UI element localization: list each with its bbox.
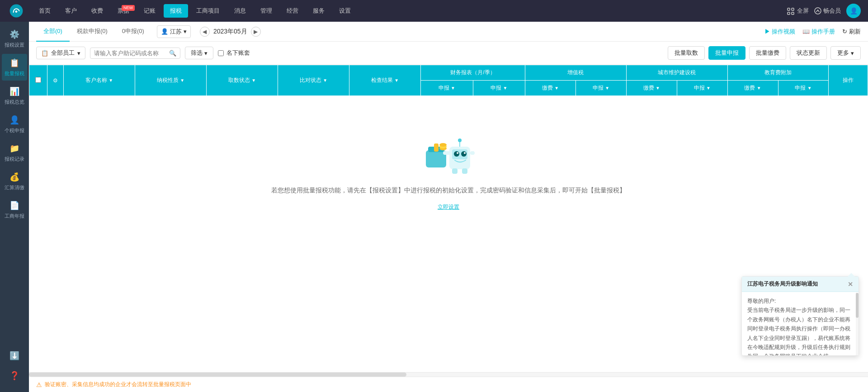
sidebar-item-batch-tax[interactable]: 📋 批量报税 (2, 54, 27, 81)
operation-video-link[interactable]: ▶ 操作视频 (764, 28, 796, 36)
svg-point-18 (457, 152, 458, 154)
nav-management[interactable]: 管理 (254, 4, 278, 18)
empty-state: 若您想使用批量报税功能，请先在【报税设置】中进行报税的初始化设置，完成密码验证和… (29, 96, 868, 238)
sidebar-item-annual-report[interactable]: 📄 工商年报 (2, 196, 27, 223)
nav-settings[interactable]: 设置 (333, 4, 357, 18)
th-urban-tax[interactable]: 申报 ▼ (677, 81, 727, 96)
tab-all[interactable]: 全部(0) (36, 22, 70, 42)
svg-point-16 (454, 151, 459, 157)
operation-manual-link[interactable]: 📖 操作手册 (802, 28, 835, 36)
employee-selector[interactable]: 📋 全部员工 ▾ (36, 47, 85, 59)
nav-billing[interactable]: 收费 (85, 4, 109, 18)
sidebar-bottom: ⬇️ ❓ (2, 347, 27, 392)
th-checkbox[interactable] (29, 65, 47, 96)
sidebar-item-tax-records[interactable]: 📁 报税记录 (2, 139, 27, 166)
month-navigation: ◀ 2023年05月 ▶ (200, 27, 261, 37)
empty-state-text: 若您想使用批量报税功能，请先在【报税设置】中进行报税的初始化设置，完成密码验证和… (271, 185, 626, 196)
th-vat-sub[interactable]: 缴费 ▼ (525, 81, 576, 96)
th-financial-report: 财务报表（月/季） (420, 65, 525, 81)
nav-tax[interactable]: 报税 (164, 4, 188, 18)
province-icon: 👤 (161, 28, 168, 35)
user-avatar[interactable]: 👤 (846, 4, 861, 18)
nav-customer[interactable]: 客户 (59, 4, 83, 18)
svg-point-19 (464, 152, 466, 154)
nav-home[interactable]: 首页 (33, 4, 57, 18)
sidebar-item-download[interactable]: ⬇️ (2, 347, 27, 365)
svg-rect-24 (452, 168, 458, 174)
th-check-result[interactable]: 检查结果 ▼ (349, 65, 420, 96)
account-checkbox-label[interactable]: 名下账套 (218, 49, 250, 57)
setup-link[interactable]: 立即设置 (438, 203, 459, 211)
th-taxpayer-type[interactable]: 纳税性质 ▼ (135, 65, 206, 96)
fullscreen-btn[interactable]: 全屏 (787, 7, 809, 15)
th-vat-tax[interactable]: 申报 ▼ (576, 81, 626, 96)
svg-rect-25 (462, 168, 467, 174)
nav-business[interactable]: 工商项目 (190, 4, 226, 18)
next-month-button[interactable]: ▶ (251, 27, 261, 37)
province-selector[interactable]: 👤 江苏 ▾ (157, 25, 191, 38)
horizontal-scrollbar[interactable] (29, 372, 868, 377)
batch-submit-button[interactable]: 批量申报 (708, 46, 745, 60)
sidebar-item-personal-tax[interactable]: 👤 个税申报 (2, 111, 27, 138)
filter-icon: ▼ (656, 86, 660, 91)
notification-title: 江苏电子税务局升级影响通知 (747, 280, 818, 288)
nav-service[interactable]: 服务 (307, 4, 331, 18)
nav-accounting[interactable]: 记账 (137, 4, 162, 18)
nav-right: 全屏 畅会员 👤 (787, 4, 861, 18)
sidebar-item-help[interactable]: ❓ (2, 367, 27, 385)
tabs-actions: ▶ 操作视频 📖 操作手册 ↻ 刷新 (764, 28, 861, 36)
tab-zero-return[interactable]: 0申报(0) (115, 22, 151, 42)
tab-tax-return[interactable]: 税款申报(0) (70, 22, 115, 42)
settlement-icon: 💰 (9, 172, 20, 182)
svg-rect-3 (792, 8, 794, 10)
status-update-button[interactable]: 状态更新 (790, 46, 827, 60)
th-fin-report-sub[interactable]: 申报 ▼ (420, 81, 473, 96)
nav-operation[interactable]: 经营 (280, 4, 305, 18)
member-btn[interactable]: 畅会员 (814, 7, 841, 15)
notification-body[interactable]: 尊敬的用户: 受当前电子税务局进一步升级的影响，同一个政务网账号（办税人）名下的… (742, 292, 859, 355)
sidebar-item-settlement[interactable]: 💰 汇算清缴 (2, 168, 27, 195)
filter-icon: ▼ (251, 78, 256, 83)
popup-scroll-thumb[interactable] (856, 293, 859, 318)
batch-pay-button[interactable]: 批量缴费 (749, 46, 786, 60)
search-icon[interactable]: 🔍 (169, 50, 176, 57)
th-edu-tax[interactable]: 申报 ▼ (778, 81, 829, 96)
svg-point-21 (458, 139, 462, 142)
refresh-button[interactable]: ↻ 刷新 (842, 28, 861, 36)
svg-point-10 (434, 145, 439, 150)
filter-icon: ▼ (394, 78, 399, 83)
th-urban-construction: 城市维护建设税 (626, 65, 727, 81)
more-button[interactable]: 更多 ▾ (830, 46, 861, 60)
toolbar: 📋 全部员工 ▾ 🔍 筛选 ▾ 名下账套 批量取数 批量申报 批量缴费 状态更新 (29, 42, 868, 65)
tax-records-icon: 📁 (9, 143, 20, 154)
nav-message[interactable]: 消息 (228, 4, 252, 18)
th-urban-sub[interactable]: 缴费 ▼ (626, 81, 677, 96)
filter-button[interactable]: 筛选 ▾ (185, 47, 213, 59)
sidebar-item-tax-settings[interactable]: ⚙️ 报税设置 (2, 25, 27, 52)
th-fin-report-tax[interactable]: 申报 ▼ (473, 81, 525, 96)
search-box: 🔍 (90, 48, 180, 59)
scrollbar-thumb[interactable] (29, 373, 406, 377)
th-fetch-status[interactable]: 取数状态 ▼ (206, 65, 278, 96)
sidebar-item-tax-summary[interactable]: 📊 报税总览 (2, 82, 27, 109)
batch-fetch-button[interactable]: 批量取数 (668, 46, 705, 60)
svg-rect-2 (788, 8, 790, 10)
prev-month-button[interactable]: ◀ (200, 27, 210, 37)
manual-icon: 📖 (802, 28, 810, 35)
notification-close-button[interactable]: ✕ (848, 281, 853, 288)
select-all-checkbox[interactable] (35, 77, 41, 83)
th-edu-sub[interactable]: 缴费 ▼ (727, 81, 778, 96)
app-logo[interactable] (7, 2, 25, 20)
notification-text: 尊敬的用户: 受当前电子税务局进一步升级的影响，同一个政务网账号（办税人）名下的… (747, 296, 853, 355)
th-compare-status[interactable]: 比对状态 ▼ (278, 65, 349, 96)
nav-invoice[interactable]: 票据 NEW (111, 4, 136, 18)
account-checkbox[interactable] (218, 50, 224, 56)
svg-rect-4 (788, 12, 790, 14)
filter-icon: ▼ (554, 86, 559, 91)
search-input[interactable] (94, 50, 166, 57)
filter-icon: ▼ (503, 86, 508, 91)
th-client-name[interactable]: 客户名称 ▼ (64, 65, 135, 96)
th-settings[interactable]: ⚙ (47, 65, 64, 96)
th-vat: 增值税 (525, 65, 627, 81)
popup-scrollbar[interactable] (856, 293, 859, 355)
